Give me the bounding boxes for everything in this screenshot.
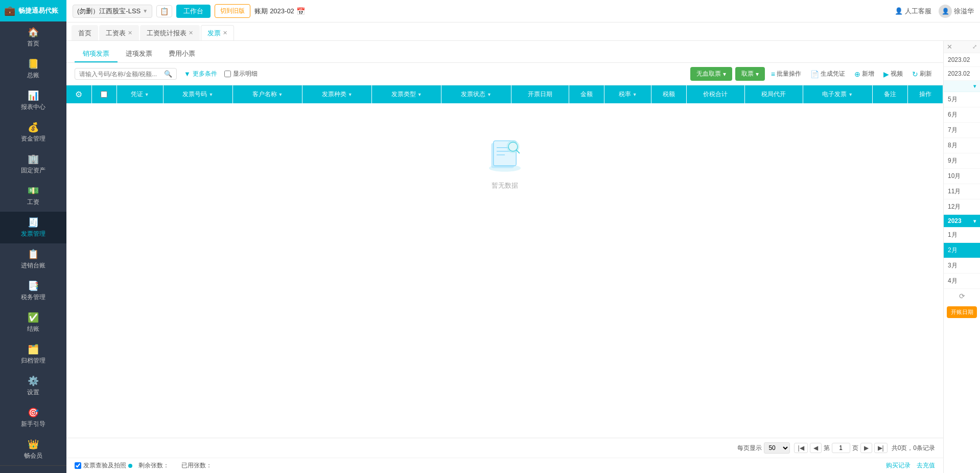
tab-home_tab[interactable]: 首页 bbox=[72, 25, 98, 40]
show-detail-checkbox[interactable] bbox=[224, 71, 231, 77]
page-size-dropdown[interactable]: 20 50 100 bbox=[764, 442, 790, 454]
sidebar-item-settings[interactable]: ⚙️ 设置 bbox=[0, 370, 66, 402]
th-customer[interactable]: 客户名称 ▼ bbox=[232, 85, 302, 103]
customer-service-btn[interactable]: 👤 人工客服 bbox=[895, 7, 931, 16]
batch-op-icon: ≡ bbox=[771, 70, 775, 78]
tab-close-salary_tab[interactable]: ✕ bbox=[128, 30, 132, 36]
select-all-checkbox[interactable] bbox=[101, 91, 107, 98]
date-scroll-icon[interactable]: ⟳ bbox=[959, 292, 965, 300]
date-month-5[interactable]: 5月 bbox=[944, 92, 980, 107]
sidebar-item-guide[interactable]: 🎯 新手引导 bbox=[0, 402, 66, 434]
switch-old-version-btn[interactable]: 切到旧版 bbox=[215, 4, 250, 18]
tax_rate-filter-icon[interactable]: ▼ bbox=[633, 92, 637, 97]
first-page-btn[interactable]: |◀ bbox=[794, 443, 807, 453]
date-month-1[interactable]: 1月 bbox=[944, 228, 980, 243]
sidebar-collapse-btn[interactable]: ◀ 取消固定 bbox=[0, 470, 66, 473]
date-year-header-2023b[interactable]: 2023 ▾ bbox=[944, 215, 980, 228]
date-month-4[interactable]: 4月 bbox=[944, 274, 980, 289]
sidebar-item-settle[interactable]: ✅ 结账 bbox=[0, 307, 66, 339]
tab-salary_stat_tab[interactable]: 工资统计报表✕ bbox=[140, 25, 200, 40]
last-page-btn[interactable]: ▶| bbox=[874, 443, 888, 453]
no-invoice-btn[interactable]: 无血取票 ▾ bbox=[690, 67, 732, 81]
th-e_invoice[interactable]: 电子发票 ▼ bbox=[803, 85, 872, 103]
sub-tab-purchase_invoice[interactable]: 进项发票 bbox=[118, 46, 160, 62]
period-calendar-icon[interactable]: 📅 bbox=[296, 7, 305, 15]
sub-tab-sales_invoice[interactable]: 销项发票 bbox=[75, 46, 118, 62]
th-invoice_type[interactable]: 发票种类 ▼ bbox=[302, 85, 372, 103]
sidebar-item-tax[interactable]: 📑 税务管理 bbox=[0, 275, 66, 307]
filter-btn[interactable]: ▼ 更多条件 bbox=[181, 68, 220, 80]
gen-voucher-btn[interactable]: 📄 生成凭证 bbox=[807, 68, 848, 80]
copy-company-btn[interactable]: 📋 bbox=[156, 5, 172, 17]
tab-close-salary_stat_tab[interactable]: ✕ bbox=[189, 30, 193, 36]
sidebar-item-asset[interactable]: 🏢 固定资产 bbox=[0, 148, 66, 180]
sidebar-item-member[interactable]: 👑 畅会员 bbox=[0, 434, 66, 465]
add-btn[interactable]: ⊕ 新增 bbox=[851, 68, 877, 80]
th-invoice_category[interactable]: 发票类型 ▼ bbox=[372, 85, 441, 103]
date-period-item-2023-02-b[interactable]: 2023.02 bbox=[944, 67, 980, 81]
th-voucher[interactable]: 凭证 ▼ bbox=[116, 85, 163, 103]
th-label-action: 操作 bbox=[919, 90, 931, 99]
date-year-header-2023a[interactable]: ▾ bbox=[944, 81, 980, 92]
sidebar-item-trade[interactable]: 📋 进销台账 bbox=[0, 243, 66, 275]
sidebar-item-archive[interactable]: 🗂️ 归档管理 bbox=[0, 339, 66, 370]
user-info[interactable]: 👤 徐溢华 bbox=[939, 5, 974, 18]
open-period-btn[interactable]: 开账日期 bbox=[947, 306, 977, 318]
sidebar-item-report[interactable]: 📊 报表中心 bbox=[0, 85, 66, 117]
workbench-btn[interactable]: 工作台 bbox=[176, 5, 211, 18]
next-page-btn[interactable]: ▶ bbox=[860, 443, 872, 453]
date-month-6[interactable]: 6月 bbox=[944, 107, 980, 123]
invoice_status-filter-icon[interactable]: ▼ bbox=[487, 92, 492, 97]
sidebar-item-invoice[interactable]: 🧾 发票管理 bbox=[0, 212, 66, 243]
prev-page-btn[interactable]: ◀ bbox=[810, 443, 822, 453]
tab-close-invoice_tab[interactable]: ✕ bbox=[223, 30, 227, 36]
date-month-2-active[interactable]: 2月 bbox=[944, 243, 980, 258]
th-invoice_status[interactable]: 发票状态 ▼ bbox=[441, 85, 511, 103]
ledger-label: 总账 bbox=[27, 71, 39, 80]
date-month-3[interactable]: 3月 bbox=[944, 258, 980, 274]
date-month-12[interactable]: 12月 bbox=[944, 199, 980, 215]
purchase-record-link[interactable]: 购买记录 bbox=[886, 461, 911, 470]
date-month-11[interactable]: 11月 bbox=[944, 184, 980, 199]
search-input[interactable] bbox=[79, 71, 161, 78]
refresh-btn[interactable]: ↻ 刷新 bbox=[909, 68, 935, 80]
date-panel-header: ✕ ⤢ bbox=[944, 41, 980, 53]
page-number-input[interactable] bbox=[832, 443, 850, 453]
batch-op-btn[interactable]: ≡ 批量操作 bbox=[768, 68, 804, 80]
gen-voucher-label: 生成凭证 bbox=[821, 70, 845, 78]
verify-status-dot bbox=[128, 464, 132, 468]
th-tax_rate[interactable]: 税率 ▼ bbox=[604, 85, 651, 103]
date-period-item-2023-02-header[interactable]: 2023.02 bbox=[944, 53, 980, 67]
sidebar-item-salary[interactable]: 💵 工资 bbox=[0, 180, 66, 212]
sidebar-item-ledger[interactable]: 📒 总账 bbox=[0, 53, 66, 85]
date-panel-close-btn[interactable]: ✕ bbox=[947, 43, 952, 51]
recharge-link[interactable]: 去充值 bbox=[917, 461, 935, 470]
invoice_type-filter-icon[interactable]: ▼ bbox=[348, 92, 353, 97]
sidebar-item-capital[interactable]: 💰 资金管理 bbox=[0, 117, 66, 148]
customer-filter-icon[interactable]: ▼ bbox=[278, 92, 283, 97]
take-invoice-btn[interactable]: 取票 ▾ bbox=[735, 67, 765, 81]
date-month-8[interactable]: 8月 bbox=[944, 138, 980, 153]
date-panel-expand-btn[interactable]: ⤢ bbox=[972, 43, 977, 50]
search-wrap: 🔍 bbox=[75, 68, 177, 80]
show-detail-check[interactable]: 显示明细 bbox=[224, 70, 258, 78]
invoice_no-filter-icon[interactable]: ▼ bbox=[208, 92, 213, 97]
sub-tab-expense_receipt[interactable]: 费用小票 bbox=[160, 46, 203, 62]
date-month-10[interactable]: 10月 bbox=[944, 169, 980, 184]
invoice-verify-checkbox[interactable] bbox=[75, 462, 81, 469]
settings-gear-icon[interactable]: ⚙ bbox=[75, 90, 82, 99]
invoice_category-filter-icon[interactable]: ▼ bbox=[417, 92, 422, 97]
th-invoice_no[interactable]: 发票号码 ▼ bbox=[163, 85, 232, 103]
invoice-verify-check[interactable]: 发票查验及拍照 bbox=[75, 461, 132, 470]
company-selector[interactable]: (勿删）江西股宝-LSS ▼ bbox=[73, 5, 152, 18]
tab-invoice_tab[interactable]: 发票✕ bbox=[201, 25, 234, 40]
search-icon[interactable]: 🔍 bbox=[164, 70, 172, 78]
voucher-filter-icon[interactable]: ▼ bbox=[145, 92, 149, 97]
e_invoice-filter-icon[interactable]: ▼ bbox=[848, 92, 853, 97]
video-icon: ▶ bbox=[883, 70, 889, 78]
video-btn[interactable]: ▶ 视频 bbox=[880, 68, 906, 80]
sidebar-item-home[interactable]: 🏠 首页 bbox=[0, 21, 66, 53]
tab-salary_tab[interactable]: 工资表✕ bbox=[99, 25, 139, 40]
date-month-9[interactable]: 9月 bbox=[944, 153, 980, 169]
date-month-7[interactable]: 7月 bbox=[944, 123, 980, 138]
